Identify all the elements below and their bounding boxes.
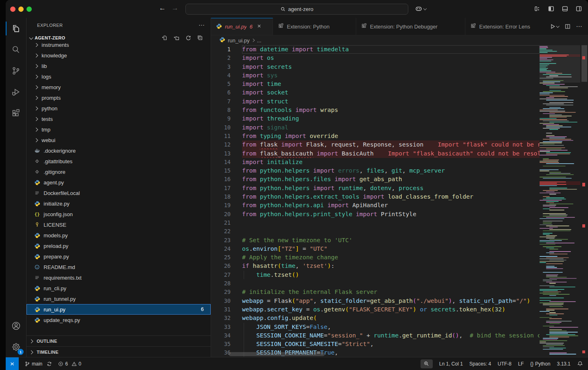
new-file-icon[interactable]	[161, 35, 168, 41]
code-line-16[interactable]: 16from python.helpers.files import get_a…	[211, 175, 540, 184]
file-item-run_tunnel.py[interactable]: run_tunnel.py	[26, 293, 211, 304]
file-item-.gitattributes[interactable]: .gitattributes	[26, 156, 211, 166]
code-line-1[interactable]: 1from datetime import timedelta	[211, 45, 540, 54]
tab-run-ui-py[interactable]: run_ui.py6	[211, 18, 273, 35]
code-line-10[interactable]: 10import signal	[211, 123, 540, 132]
code-line-11[interactable]: 11from typing import override	[211, 132, 540, 140]
new-folder-icon[interactable]	[173, 35, 180, 41]
code-line-3[interactable]: 3import secrets	[211, 63, 540, 71]
branch-indicator[interactable]: main	[24, 361, 52, 367]
indentation[interactable]: Spaces: 4	[469, 361, 491, 367]
file-item-models.py[interactable]: models.py	[26, 230, 211, 241]
language-mode[interactable]: {} Python	[530, 361, 550, 367]
code-line-26[interactable]: 26if hasattr(time, 'tzset'):	[211, 262, 540, 270]
file-item-.gitignore[interactable]: .gitignore	[26, 166, 211, 177]
file-item-run_cli.py[interactable]: run_cli.py	[26, 283, 211, 293]
code-line-28[interactable]: 28	[211, 279, 540, 288]
toggle-panel-icon[interactable]	[562, 5, 568, 12]
code-line-9[interactable]: 9import threading	[211, 114, 540, 123]
code-pane[interactable]: 1from datetime import timedelta2import o…	[211, 45, 540, 357]
file-item-.dockerignore[interactable]: .dockerignore	[26, 145, 211, 156]
activity-settings[interactable]: 1	[6, 336, 26, 357]
workspace-section-header[interactable]: AGENT-ZERO	[26, 33, 211, 43]
file-item-requirements.txt[interactable]: requirements.txt	[26, 272, 211, 283]
code-line-18[interactable]: 18from python.helpers.extract_tools impo…	[211, 193, 540, 201]
code-line-4[interactable]: 4import sys	[211, 71, 540, 80]
forward-button[interactable]: →	[172, 4, 178, 12]
code-line-17[interactable]: 17from python.helpers import runtime, do…	[211, 184, 540, 193]
code-line-14[interactable]: 14import initialize	[211, 158, 540, 166]
back-button[interactable]: ←	[159, 4, 166, 12]
toggle-primary-sidebar-icon[interactable]	[548, 5, 555, 12]
file-item-update_reqs.py[interactable]: update_reqs.py	[26, 315, 211, 325]
more-actions-icon[interactable]: ⋯	[576, 23, 583, 30]
encoding[interactable]: UTF-8	[498, 361, 511, 367]
maximize-window-button[interactable]	[26, 7, 32, 12]
code-line-35[interactable]: 35 SESSION_COOKIE_SAMESITE="Strict",	[211, 340, 540, 348]
code-line-21[interactable]: 21	[211, 219, 540, 227]
folder-item-prompts[interactable]: prompts	[26, 92, 211, 103]
tab-extension-python-debugger[interactable]: Extension: Python Debugger	[356, 18, 465, 35]
minimap[interactable]	[540, 46, 580, 357]
folder-item-tests[interactable]: tests	[26, 114, 211, 124]
code-line-19[interactable]: 19from python.helpers.api import ApiHand…	[211, 201, 540, 210]
file-item-DockerfileLocal[interactable]: DockerfileLocal	[26, 188, 211, 198]
code-line-2[interactable]: 2import os	[211, 54, 540, 62]
tab-extension-python[interactable]: Extension: Python	[273, 18, 356, 35]
code-line-33[interactable]: 33 JSON_SORT_KEYS=False,	[211, 323, 540, 331]
activity-source-control[interactable]	[6, 60, 26, 81]
file-item-preload.py[interactable]: preload.py	[26, 241, 211, 251]
copilot-menu[interactable]	[415, 5, 426, 13]
outline-section[interactable]: OUTLINE	[26, 335, 211, 346]
code-line-6[interactable]: 6import socket	[211, 88, 540, 97]
customize-layout-icon[interactable]	[534, 5, 541, 12]
code-line-25[interactable]: 25# Apply the timezone change	[211, 253, 540, 262]
python-interpreter[interactable]: 3.13.1	[557, 361, 570, 367]
file-item-LICENSE[interactable]: LICENSE	[26, 219, 211, 230]
code-line-32[interactable]: 32webapp.config.update(	[211, 314, 540, 322]
toggle-secondary-sidebar-icon[interactable]	[575, 5, 582, 12]
code-line-27[interactable]: 27 time.tzset()	[211, 271, 540, 279]
refresh-icon[interactable]	[185, 35, 192, 41]
activity-extensions[interactable]	[6, 103, 26, 124]
split-editor-icon[interactable]	[564, 23, 571, 30]
file-item-prepare.py[interactable]: prepare.py	[26, 251, 211, 262]
breadcrumb-file[interactable]: run_ui.py	[228, 37, 249, 44]
command-center-search[interactable]: agent-zero	[185, 4, 408, 15]
file-item-README.md[interactable]: README.md	[26, 262, 211, 272]
code-line-22[interactable]: 22	[211, 227, 540, 236]
code-line-7[interactable]: 7import struct	[211, 97, 540, 106]
code-line-15[interactable]: 15from python.helpers import errors, fil…	[211, 166, 540, 175]
folder-item-webui[interactable]: webui	[26, 135, 211, 145]
file-item-initialize.py[interactable]: initialize.py	[26, 198, 211, 209]
horizontal-scrollbar-thumb[interactable]	[229, 352, 325, 356]
code-line-5[interactable]: 5import time	[211, 80, 540, 88]
code-line-23[interactable]: 23# Set the new timezone to 'UTC'	[211, 236, 540, 245]
eol-sequence[interactable]: LF	[518, 361, 524, 367]
breadcrumb-symbol[interactable]: ...	[257, 37, 261, 44]
file-item-run_ui.py[interactable]: run_ui.py6	[26, 304, 211, 315]
code-line-12[interactable]: 12from flask import Flask, request, Resp…	[211, 140, 540, 149]
timeline-section[interactable]: TIMELINE	[26, 346, 211, 357]
folder-item-knowledge[interactable]: knowledge	[26, 50, 211, 61]
activity-accounts[interactable]	[6, 315, 26, 336]
collapse-all-icon[interactable]	[197, 35, 203, 41]
activity-explorer[interactable]	[6, 18, 26, 39]
folder-item-logs[interactable]: logs	[26, 71, 211, 82]
run-python-file-button[interactable]	[549, 23, 559, 30]
file-item-jsconfig.json[interactable]: {}jsconfig.json	[26, 209, 211, 219]
activity-search[interactable]	[6, 39, 26, 60]
folder-item-memory[interactable]: memory	[26, 82, 211, 92]
explorer-more-actions-icon[interactable]: ⋯	[198, 22, 205, 29]
code-line-29[interactable]: 29# initialize the internal Flask server	[211, 288, 540, 296]
code-line-8[interactable]: 8from functools import wraps	[211, 106, 540, 114]
cursor-position[interactable]: Ln 1, Col 1	[439, 361, 463, 367]
folder-item-tmp[interactable]: tmp	[26, 124, 211, 135]
vertical-scrollbar-thumb[interactable]	[581, 45, 587, 82]
code-line-34[interactable]: 34 SESSION_COOKIE_NAME="session_" + runt…	[211, 331, 540, 340]
minimap-slider[interactable]	[540, 45, 580, 83]
file-item-agent.py[interactable]: agent.py	[26, 177, 211, 188]
bell-icon[interactable]	[577, 361, 583, 367]
close-icon[interactable]	[256, 23, 262, 30]
code-line-24[interactable]: 24os.environ["TZ"] = "UTC"	[211, 245, 540, 253]
